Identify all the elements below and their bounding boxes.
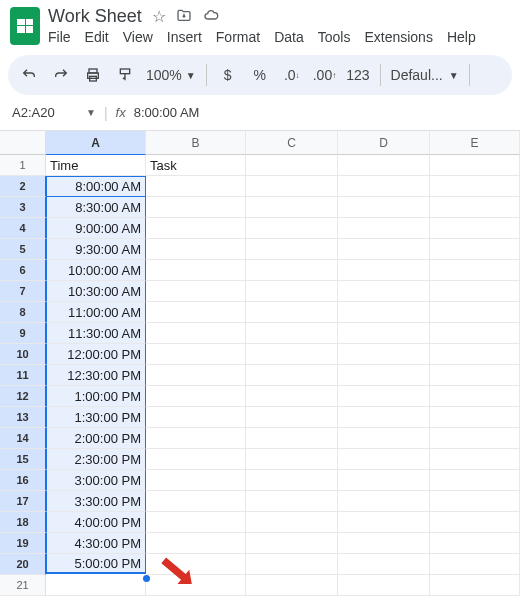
cell-D21[interactable] <box>338 575 430 596</box>
cell-E21[interactable] <box>430 575 520 596</box>
cell-E14[interactable] <box>430 428 520 449</box>
sheets-logo[interactable] <box>10 7 40 45</box>
cell-D19[interactable] <box>338 533 430 554</box>
cell-B5[interactable] <box>146 239 246 260</box>
cell-A7[interactable]: 10:30:00 AM <box>46 281 146 302</box>
row-header-7[interactable]: 7 <box>0 281 46 302</box>
cell-E1[interactable] <box>430 155 520 176</box>
row-header-14[interactable]: 14 <box>0 428 46 449</box>
cell-E12[interactable] <box>430 386 520 407</box>
cell-A20[interactable]: 5:00:00 PM <box>46 554 146 574</box>
menu-file[interactable]: File <box>48 29 71 45</box>
cell-E20[interactable] <box>430 554 520 575</box>
doc-title[interactable]: Work Sheet <box>48 6 142 27</box>
cell-D16[interactable] <box>338 470 430 491</box>
col-header-B[interactable]: B <box>146 131 246 155</box>
cell-C5[interactable] <box>246 239 338 260</box>
star-icon[interactable]: ☆ <box>152 7 166 26</box>
cell-E18[interactable] <box>430 512 520 533</box>
row-header-8[interactable]: 8 <box>0 302 46 323</box>
cell-D8[interactable] <box>338 302 430 323</box>
row-header-15[interactable]: 15 <box>0 449 46 470</box>
cell-D3[interactable] <box>338 197 430 218</box>
cell-E5[interactable] <box>430 239 520 260</box>
select-all-corner[interactable] <box>0 131 46 155</box>
col-header-A[interactable]: A <box>46 131 146 155</box>
cell-A10[interactable]: 12:00:00 PM <box>46 344 146 365</box>
cell-E6[interactable] <box>430 260 520 281</box>
cell-B9[interactable] <box>146 323 246 344</box>
cell-C19[interactable] <box>246 533 338 554</box>
row-header-10[interactable]: 10 <box>0 344 46 365</box>
cell-C3[interactable] <box>246 197 338 218</box>
cell-B16[interactable] <box>146 470 246 491</box>
cell-D6[interactable] <box>338 260 430 281</box>
cell-E16[interactable] <box>430 470 520 491</box>
col-header-C[interactable]: C <box>246 131 338 155</box>
cell-A17[interactable]: 3:30:00 PM <box>46 491 146 512</box>
increase-decimal-button[interactable]: .00↑ <box>313 62 336 88</box>
percent-button[interactable]: % <box>249 62 271 88</box>
cell-C21[interactable] <box>246 575 338 596</box>
cell-E19[interactable] <box>430 533 520 554</box>
cell-B11[interactable] <box>146 365 246 386</box>
cell-A15[interactable]: 2:30:00 PM <box>46 449 146 470</box>
row-header-17[interactable]: 17 <box>0 491 46 512</box>
cell-D20[interactable] <box>338 554 430 575</box>
zoom-select[interactable]: 100%▼ <box>146 67 196 83</box>
cell-A21[interactable] <box>46 575 146 596</box>
row-header-3[interactable]: 3 <box>0 197 46 218</box>
cell-B15[interactable] <box>146 449 246 470</box>
row-header-6[interactable]: 6 <box>0 260 46 281</box>
name-box-dropdown-icon[interactable]: ▼ <box>86 107 96 118</box>
cell-A12[interactable]: 1:00:00 PM <box>46 386 146 407</box>
row-header-9[interactable]: 9 <box>0 323 46 344</box>
cell-C1[interactable] <box>246 155 338 176</box>
cell-E13[interactable] <box>430 407 520 428</box>
cell-C11[interactable] <box>246 365 338 386</box>
row-header-12[interactable]: 12 <box>0 386 46 407</box>
cell-A11[interactable]: 12:30:00 PM <box>46 365 146 386</box>
cell-C9[interactable] <box>246 323 338 344</box>
cell-C6[interactable] <box>246 260 338 281</box>
cell-C16[interactable] <box>246 470 338 491</box>
cell-A1[interactable]: Time <box>46 155 146 176</box>
currency-button[interactable]: $ <box>217 62 239 88</box>
cell-B1[interactable]: Task <box>146 155 246 176</box>
formula-value[interactable]: 8:00:00 AM <box>134 105 200 120</box>
cell-C12[interactable] <box>246 386 338 407</box>
cell-D14[interactable] <box>338 428 430 449</box>
cell-C8[interactable] <box>246 302 338 323</box>
col-header-D[interactable]: D <box>338 131 430 155</box>
row-header-2[interactable]: 2 <box>0 176 46 197</box>
move-icon[interactable] <box>176 7 192 27</box>
menu-format[interactable]: Format <box>216 29 260 45</box>
cell-D5[interactable] <box>338 239 430 260</box>
cell-C10[interactable] <box>246 344 338 365</box>
cell-C18[interactable] <box>246 512 338 533</box>
cell-D11[interactable] <box>338 365 430 386</box>
cell-E17[interactable] <box>430 491 520 512</box>
menu-edit[interactable]: Edit <box>85 29 109 45</box>
cell-D15[interactable] <box>338 449 430 470</box>
row-header-16[interactable]: 16 <box>0 470 46 491</box>
cell-D12[interactable] <box>338 386 430 407</box>
cell-C7[interactable] <box>246 281 338 302</box>
cell-B3[interactable] <box>146 197 246 218</box>
cell-C13[interactable] <box>246 407 338 428</box>
cell-B6[interactable] <box>146 260 246 281</box>
cell-E10[interactable] <box>430 344 520 365</box>
cell-B14[interactable] <box>146 428 246 449</box>
menu-tools[interactable]: Tools <box>318 29 351 45</box>
cell-D17[interactable] <box>338 491 430 512</box>
cell-B12[interactable] <box>146 386 246 407</box>
row-header-1[interactable]: 1 <box>0 155 46 176</box>
cell-D10[interactable] <box>338 344 430 365</box>
cell-A18[interactable]: 4:00:00 PM <box>46 512 146 533</box>
cell-B18[interactable] <box>146 512 246 533</box>
cell-B13[interactable] <box>146 407 246 428</box>
cell-E3[interactable] <box>430 197 520 218</box>
cell-A13[interactable]: 1:30:00 PM <box>46 407 146 428</box>
cell-B10[interactable] <box>146 344 246 365</box>
cell-A3[interactable]: 8:30:00 AM <box>46 197 146 218</box>
